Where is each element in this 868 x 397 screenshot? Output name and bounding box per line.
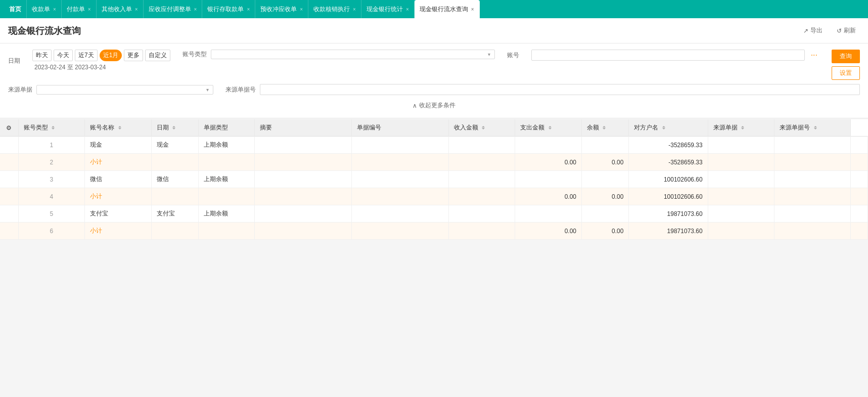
- collapse-button[interactable]: ∧ 收起更多条件: [413, 101, 455, 110]
- nav-item-bank-deposit[interactable]: 银行存取款单 ×: [202, 0, 255, 18]
- close-icon[interactable]: ×: [194, 7, 197, 12]
- col-source-doc-no-label: 来源单据号: [780, 124, 810, 131]
- table-cell: [254, 137, 351, 154]
- nav-item-adjustment[interactable]: 应收应付调整单 ×: [144, 0, 203, 18]
- col-doc-type[interactable]: 单据类型: [199, 119, 254, 137]
- refresh-button[interactable]: ↺ 刷新: [833, 24, 860, 37]
- sort-icon-counterpart: [662, 126, 665, 129]
- top-navigation: 首页 收款单 × 付款单 × 其他收入单 × 应收应付调整单 × 银行存取款单 …: [0, 0, 868, 18]
- col-expense[interactable]: 支出金额: [515, 119, 582, 137]
- col-balance[interactable]: 余额: [581, 119, 628, 137]
- col-date[interactable]: 日期: [151, 119, 198, 137]
- col-doc-no-label: 单据编号: [357, 124, 381, 131]
- table-header-row: ⚙ 账号类型 账号名称 日期 单据类型 摘要: [0, 119, 868, 137]
- source-doc-arrow-icon: ▾: [206, 87, 209, 93]
- nav-item-cash-flow[interactable]: 现金银行流水查询 ×: [415, 0, 480, 18]
- nav-label-verify: 收款核销执行: [313, 5, 350, 14]
- nav-label-adjustment: 应收应付调整单: [149, 5, 191, 14]
- table-row[interactable]: 1现金现金上期余额-3528659.33: [0, 137, 868, 154]
- col-settings[interactable]: ⚙: [0, 119, 18, 137]
- table-cell: 19871073.60: [629, 205, 708, 223]
- nav-item-prepay[interactable]: 预收冲应收单 ×: [255, 0, 308, 18]
- close-icon[interactable]: ×: [406, 7, 409, 12]
- collapse-icon: ∧: [413, 102, 417, 109]
- nav-label-receipt: 收款单: [32, 5, 50, 14]
- col-account-type[interactable]: 账号类型: [18, 119, 85, 137]
- table-cell: -3528659.33: [629, 137, 708, 154]
- table-cell: [708, 137, 774, 154]
- date-btn-yesterday[interactable]: 昨天: [32, 50, 52, 61]
- col-account-name[interactable]: 账号名称: [85, 119, 152, 137]
- table-cell: 19871073.60: [629, 223, 708, 240]
- table-cell: [774, 223, 851, 240]
- nav-item-receipt[interactable]: 收款单 ×: [27, 0, 62, 18]
- close-icon[interactable]: ×: [471, 7, 474, 12]
- close-icon[interactable]: ×: [300, 7, 303, 12]
- table-cell: 上期余额: [199, 205, 254, 223]
- dropdown-arrow-icon: ▾: [488, 52, 490, 57]
- col-summary-label: 摘要: [260, 124, 272, 131]
- date-btn-custom[interactable]: 自定义: [145, 50, 170, 61]
- table-row[interactable]: 5支付宝支付宝上期余额19871073.60: [0, 205, 868, 223]
- col-doc-no[interactable]: 单据编号: [351, 119, 448, 137]
- source-doc-select[interactable]: ▾: [36, 85, 213, 95]
- date-btn-1month[interactable]: 近1月: [100, 50, 122, 61]
- close-icon[interactable]: ×: [88, 7, 91, 12]
- account-filter: 账号 ···: [507, 50, 819, 61]
- refresh-label: 刷新: [844, 26, 856, 35]
- table-row[interactable]: 4小计0.000.00100102606.60: [0, 188, 868, 205]
- col-counterpart[interactable]: 对方户名: [629, 119, 708, 137]
- nav-label-other-income: 其他收入单: [102, 5, 132, 14]
- source-doc-no-input[interactable]: [260, 84, 860, 95]
- account-type-label: 账号类型: [182, 50, 207, 59]
- nav-item-home[interactable]: 首页: [4, 0, 27, 18]
- col-source-doc-label: 来源单据: [713, 124, 738, 131]
- table-cell: 0.00: [581, 188, 628, 205]
- col-account-type-label: 账号类型: [24, 124, 48, 131]
- close-icon[interactable]: ×: [53, 7, 56, 12]
- nav-item-verify[interactable]: 收款核销执行 ×: [308, 0, 361, 18]
- close-icon[interactable]: ×: [353, 7, 356, 12]
- nav-label-payment: 付款单: [67, 5, 85, 14]
- nav-item-payment[interactable]: 付款单 ×: [62, 0, 97, 18]
- query-button[interactable]: 查询: [832, 50, 860, 63]
- date-btn-today[interactable]: 今天: [54, 50, 73, 61]
- date-btn-more[interactable]: 更多: [124, 50, 143, 61]
- cell-settings: [0, 137, 18, 154]
- date-btn-7days[interactable]: 近7天: [75, 50, 98, 61]
- col-source-doc-no[interactable]: 来源单据号: [774, 119, 851, 137]
- table-cell: [151, 223, 198, 240]
- nav-item-other-income[interactable]: 其他收入单 ×: [97, 0, 144, 18]
- col-income[interactable]: 收入金额: [448, 119, 515, 137]
- table-row[interactable]: 3微信微信上期余额100102606.60: [0, 171, 868, 188]
- table-row[interactable]: 2小计0.000.00-3528659.33: [0, 154, 868, 171]
- table-cell: [351, 171, 448, 188]
- account-type-select[interactable]: ▾: [211, 50, 495, 59]
- table-row[interactable]: 6小计0.000.0019871073.60: [0, 223, 868, 240]
- export-label: 导出: [810, 26, 823, 35]
- table-cell: 现金: [85, 137, 152, 154]
- table-cell: [151, 188, 198, 205]
- gear-icon[interactable]: ⚙: [6, 124, 12, 131]
- table-cell: [515, 171, 582, 188]
- settings-button[interactable]: 设置: [832, 66, 860, 80]
- table-cell: 支付宝: [85, 205, 152, 223]
- close-icon[interactable]: ×: [135, 7, 138, 12]
- table-cell: [448, 137, 515, 154]
- table-cell: 上期余额: [199, 137, 254, 154]
- table-cell: [774, 137, 851, 154]
- table-cell: [851, 171, 868, 188]
- table-cell: [448, 171, 515, 188]
- col-account-name-label: 账号名称: [90, 124, 114, 131]
- account-input[interactable]: [531, 50, 804, 61]
- table-cell: [774, 205, 851, 223]
- dots-button[interactable]: ···: [809, 51, 819, 60]
- export-button[interactable]: ↗ 导出: [799, 24, 827, 37]
- nav-item-cash-stats[interactable]: 现金银行统计 ×: [361, 0, 415, 18]
- cell-settings: [0, 154, 18, 171]
- table-cell: 0.00: [581, 154, 628, 171]
- close-icon[interactable]: ×: [247, 7, 250, 12]
- source-doc-filter: 来源单据 ▾: [8, 85, 213, 95]
- col-source-doc[interactable]: 来源单据: [708, 119, 774, 137]
- col-summary[interactable]: 摘要: [254, 119, 351, 137]
